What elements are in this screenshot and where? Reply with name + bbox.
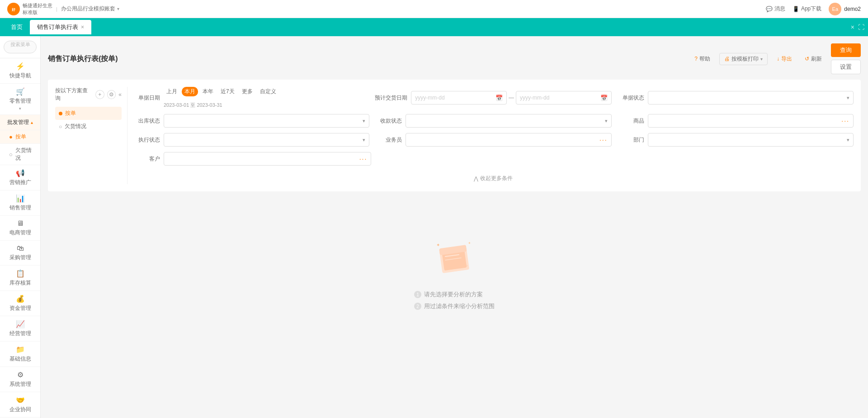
logo-text: 畅捷通好生意 标准版	[23, 2, 52, 15]
sidebar-item-marketing[interactable]: 📢 营销推广	[0, 165, 40, 190]
setting-button[interactable]: 设置	[831, 60, 861, 74]
empty-tip-1-text: 请先选择要分析的方案	[424, 290, 483, 299]
expected-date-label: 预计交货日期	[375, 94, 407, 102]
tab-sales-order[interactable]: 销售订单执行表 ×	[30, 20, 91, 34]
sidebar-sub-item-by-order[interactable]: ● 按单	[0, 130, 40, 144]
filter-receipt-item: 收款状态 ▾	[375, 114, 611, 128]
export-btn[interactable]: ↓ 导出	[773, 53, 796, 65]
tab-close-icon[interactable]: ×	[81, 24, 84, 30]
salesman-select[interactable]: ···	[406, 133, 611, 147]
sidebar-search-display[interactable]: 搜索菜单	[4, 41, 37, 53]
refresh-btn[interactable]: ↺ 刷新	[801, 53, 826, 65]
sidebar-item-quick-nav[interactable]: ⚡ 快捷导航	[0, 58, 40, 84]
empty-icon-area: ✦ ✦ ✦	[432, 233, 477, 280]
filter-right-panel: 单据日期 上月 本月 本年 近7天 更多 自定义	[133, 87, 854, 184]
salesman-label: 业务员	[375, 136, 402, 144]
collapse-btn[interactable]: ⋀ 收起更多条件	[474, 175, 513, 182]
avatar: Ea	[829, 3, 841, 15]
cal-end-icon: 📅	[600, 95, 608, 101]
date-range-text: 2023-03-01 至 2023-03-31	[164, 102, 369, 109]
expected-date-start[interactable]: yyyy-mm-dd 📅	[411, 91, 507, 104]
collapse-scheme-btn[interactable]: «	[118, 91, 122, 98]
receipt-select[interactable]: ▾	[406, 114, 611, 128]
message-btn[interactable]: 💬 消息	[766, 5, 785, 13]
outbound-label: 出库状态	[133, 117, 160, 125]
help-btn[interactable]: ? 帮助	[691, 53, 714, 65]
sidebar-item-retail[interactable]: 🛒 零售管理 ▾	[0, 84, 40, 115]
scheme-name: 按单	[65, 109, 76, 117]
filter-row-4: 客户 ···	[133, 152, 854, 166]
sidebar-item-enterprise-collab[interactable]: 🤝 企业协同	[0, 392, 40, 418]
customer-label: 客户	[133, 155, 160, 163]
sidebar-item-finance[interactable]: 💰 资金管理	[0, 291, 40, 316]
sidebar-enterprise-collab-label: 企业协同	[9, 406, 31, 413]
window-close-icon[interactable]: ×	[851, 24, 854, 31]
sidebar-item-wholesale[interactable]: 批发管理 ▴	[0, 115, 40, 130]
industry-arrow-icon: ▾	[117, 6, 119, 11]
tab-sales-order-label: 销售订单执行表	[37, 23, 78, 31]
app-download-btn[interactable]: 📱 App下载	[793, 5, 821, 13]
goods-select[interactable]: ···	[648, 114, 854, 128]
date-tab-7days[interactable]: 近7天	[218, 87, 237, 96]
page-actions: ? 帮助 🖨 按模板打印 ▾ ↓ 导出 ↺ 刷新	[691, 43, 861, 74]
receipt-arrow-icon: ▾	[605, 118, 608, 124]
enterprise-collab-icon: 🤝	[16, 396, 25, 404]
filter-left-header: 按以下方案查询 + ⚙ «	[55, 87, 122, 102]
sidebar-sales-label: 销售管理	[9, 204, 31, 212]
filter-exec-item: 执行状态 ▾	[133, 133, 369, 147]
sidebar-ecommerce-label: 电商管理	[9, 229, 31, 237]
user-avatar-area[interactable]: Ea demo2	[829, 3, 861, 15]
filter-row-1: 单据日期 上月 本月 本年 近7天 更多 自定义	[133, 87, 854, 109]
outbound-arrow-icon: ▾	[363, 118, 365, 124]
sidebar-item-ecommerce[interactable]: 🖥 电商管理	[0, 216, 40, 241]
export-label: 导出	[781, 55, 792, 63]
filter-goods-item: 商品 ···	[617, 114, 854, 128]
retail-arrow-icon: ▾	[19, 106, 21, 111]
doc-status-select[interactable]: ▾	[648, 91, 854, 104]
page-content: 销售订单执行表(按单) ? 帮助 🖨 按模板打印 ▾ ↓ 导出	[41, 36, 868, 418]
expected-date-end[interactable]: yyyy-mm-dd 📅	[516, 91, 612, 104]
setting-scheme-btn[interactable]: ⚙	[107, 90, 116, 99]
customer-select[interactable]: ···	[164, 152, 371, 166]
main-layout: 搜索菜单 ⚡ 快捷导航 🛒 零售管理 ▾ 批发管理 ▴ ● 按单 ○ 欠货情况 …	[0, 36, 868, 418]
collapse-label: 收起更多条件	[480, 175, 513, 182]
sidebar-item-operation[interactable]: 📈 经营管理	[0, 316, 40, 342]
sidebar-sub-item-debt[interactable]: ○ 欠货情况	[0, 144, 40, 165]
date-tab-this-year[interactable]: 本年	[200, 87, 216, 96]
query-button[interactable]: 查询	[831, 43, 861, 57]
dept-select[interactable]: ▾	[648, 133, 854, 147]
window-expand-icon[interactable]: ⛶	[858, 24, 864, 31]
by-order-label: 按单	[15, 133, 26, 141]
filter-customer-item: 客户 ···	[133, 152, 371, 166]
message-label: 消息	[774, 5, 785, 13]
sidebar-quick-nav-label: 快捷导航	[9, 72, 31, 80]
wholesale-label: 批发管理	[7, 119, 29, 126]
ecommerce-icon: 🖥	[17, 219, 24, 228]
date-tab-custom[interactable]: 自定义	[257, 87, 279, 96]
tip-num-2: 2	[414, 303, 421, 310]
sidebar-item-purchase[interactable]: 🛍 采购管理	[0, 241, 40, 266]
filter-expected-date-item: 预计交货日期 yyyy-mm-dd 📅 — yyyy-mm-dd	[375, 91, 611, 104]
sidebar-item-inventory[interactable]: 📋 库存核算	[0, 266, 40, 291]
add-scheme-btn[interactable]: +	[95, 90, 104, 99]
date-tab-last-month[interactable]: 上月	[164, 87, 180, 96]
outbound-select[interactable]: ▾	[164, 114, 369, 128]
date-tab-more[interactable]: 更多	[239, 87, 255, 96]
exec-arrow-icon: ▾	[363, 137, 365, 143]
content-area: 销售订单执行表(按单) ? 帮助 🖨 按模板打印 ▾ ↓ 导出	[41, 36, 868, 418]
scheme-item-debt[interactable]: ○ 欠货情况	[55, 120, 122, 133]
sidebar-item-system[interactable]: ⚙ 系统管理	[0, 367, 40, 392]
scheme-item-by-order[interactable]: 按单	[55, 107, 122, 120]
print-btn[interactable]: 🖨 按模板打印 ▾	[719, 53, 768, 65]
customer-dots-icon: ···	[359, 155, 368, 162]
exec-select[interactable]: ▾	[164, 133, 369, 147]
doc-status-arrow-icon: ▾	[847, 95, 849, 101]
finance-icon: 💰	[16, 294, 25, 303]
date-tab-this-month[interactable]: 本月	[182, 87, 198, 96]
scheme-debt-label: 欠货情况	[65, 123, 86, 130]
sidebar-item-sales[interactable]: 📊 销售管理	[0, 190, 40, 216]
inventory-icon: 📋	[16, 269, 25, 278]
breadcrumb-title[interactable]: 办公用品行业模拟账套 ▾	[61, 5, 119, 13]
sidebar-item-basic-info[interactable]: 📁 基础信息	[0, 342, 40, 367]
tab-home[interactable]: 首页	[4, 20, 30, 34]
